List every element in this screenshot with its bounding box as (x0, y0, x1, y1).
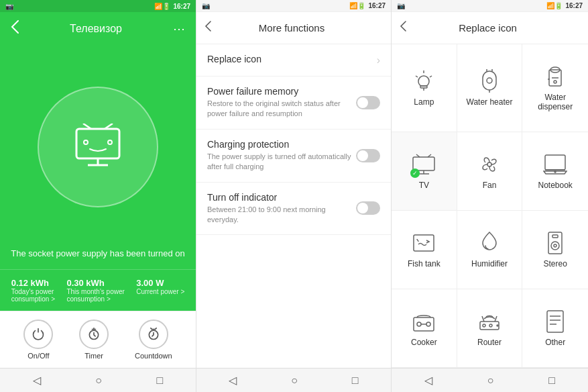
humidifier-label: Humidifier (471, 259, 508, 268)
svg-rect-14 (483, 71, 496, 90)
nav-bar-1: ◁ ○ □ (0, 368, 196, 392)
svg-rect-9 (420, 86, 427, 88)
function-charging[interactable]: Charging protection The power supply is … (196, 130, 391, 183)
power-failure-desc: Restore to the original switch status af… (207, 99, 356, 119)
icon-stereo[interactable]: Stereo (522, 211, 588, 289)
svg-point-17 (487, 78, 492, 83)
panel-icons: 📷 📶🔋 16:27 Replace icon (392, 0, 588, 392)
stat-month-label: This month's powerconsumption > (66, 288, 124, 303)
nav-home-2[interactable]: ○ (284, 373, 304, 388)
svg-point-22 (554, 81, 556, 83)
icon-notebook[interactable]: Notebook (522, 132, 588, 211)
tv-circle-area (0, 45, 196, 248)
fan-icon (477, 152, 502, 177)
power-failure-toggle[interactable] (356, 96, 380, 109)
turnoff-title: Turn off indicator (207, 192, 356, 203)
svg-line-43 (495, 316, 497, 322)
status-bar-3: 📷 📶🔋 16:27 (392, 0, 588, 12)
router-icon (477, 309, 502, 334)
onoff-button[interactable]: On/Off (23, 320, 53, 360)
onoff-label: On/Off (27, 352, 49, 360)
panel-functions: 📷 📶🔋 16:27 More functions Replace icon ›… (196, 0, 392, 392)
status-icons-1: 📶🔋 (154, 3, 170, 10)
charging-title: Charging protection (207, 139, 356, 150)
water-dispenser-icon (543, 64, 567, 89)
menu-button[interactable]: ⋯ (170, 19, 188, 39)
water-heater-label: Water heater (467, 97, 513, 107)
svg-point-46 (497, 325, 498, 326)
svg-point-29 (487, 162, 491, 166)
function-replace-icon[interactable]: Replace icon › (196, 44, 391, 77)
icon-grid: Lamp Water heater (392, 44, 588, 368)
clock-1: 16:27 (173, 3, 190, 10)
other-icon (543, 309, 567, 334)
function-turnoff-indicator[interactable]: Turn off indicator Between 21:00 to 9:00… (196, 183, 391, 236)
svg-point-34 (551, 242, 559, 250)
stereo-label: Stereo (543, 259, 567, 268)
icon-fish-tank[interactable]: Fish tank (392, 211, 457, 289)
countdown-icon (147, 328, 160, 341)
cooker-icon (412, 309, 436, 334)
countdown-button[interactable]: Countdown (135, 320, 172, 360)
nav-home-3[interactable]: ○ (481, 373, 501, 388)
onoff-icon-circle (23, 320, 53, 349)
stereo-icon (543, 231, 567, 255)
power-icon (32, 328, 45, 341)
svg-point-45 (489, 324, 492, 327)
icon-cooker[interactable]: Cooker (392, 289, 457, 368)
svg-point-5 (84, 140, 88, 144)
nav-bar-2: ◁ ○ □ (196, 368, 391, 392)
back-button-2[interactable] (204, 21, 211, 35)
nav-recents-1[interactable]: □ (150, 373, 170, 388)
clock-2: 16:27 (368, 2, 386, 9)
lamp-icon (412, 69, 436, 93)
fan-label: Fan (483, 181, 497, 190)
icon-fan[interactable]: Fan (457, 132, 523, 211)
lamp-label: Lamp (414, 97, 434, 107)
icon-tv[interactable]: ✓ TV (392, 132, 457, 211)
turnoff-toggle[interactable] (356, 201, 380, 215)
nav-recents-2[interactable]: □ (345, 373, 365, 388)
stat-today-value: 0.12 kWh (11, 278, 55, 288)
water-dispenser-label: Water dispenser (526, 93, 584, 111)
svg-rect-36 (552, 235, 558, 238)
tv-icon-svg (71, 124, 125, 170)
nav-back-3[interactable]: ◁ (418, 373, 439, 388)
icon-water-dispenser[interactable]: Water dispenser (522, 44, 588, 132)
icons-header: Replace icon (392, 12, 588, 44)
back-button-3[interactable] (400, 21, 406, 35)
function-power-failure[interactable]: Power failure memory Restore to the orig… (196, 77, 391, 130)
back-button-1[interactable] (8, 17, 21, 40)
sb2-icons: 📶🔋 (349, 2, 365, 9)
nav-recents-3[interactable]: □ (542, 373, 562, 388)
camera-icon: 📷 (5, 3, 13, 10)
icon-router[interactable]: Router (457, 289, 523, 368)
icon-other[interactable]: Other (522, 289, 588, 368)
stat-current[interactable]: 3.00 W Current power > (136, 278, 184, 303)
stat-today-label: Today's powerconsumption > (11, 288, 55, 303)
svg-rect-32 (414, 235, 434, 251)
sb3-left: 📷 (397, 2, 405, 9)
icon-lamp[interactable]: Lamp (392, 44, 457, 132)
clock-3: 16:27 (565, 2, 583, 9)
svg-rect-33 (548, 232, 562, 254)
other-label: Other (545, 338, 565, 347)
stat-current-label: Current power > (136, 288, 184, 295)
timer-button[interactable]: Timer (79, 320, 109, 360)
svg-point-6 (108, 140, 112, 144)
countdown-icon-circle (139, 320, 168, 349)
stat-month[interactable]: 0.30 kWh This month's powerconsumption > (66, 278, 124, 303)
nav-back-2[interactable]: ◁ (222, 373, 243, 388)
svg-line-13 (430, 76, 432, 77)
fish-tank-icon (412, 231, 436, 255)
fish-tank-label: Fish tank (408, 259, 440, 268)
svg-point-31 (554, 171, 556, 173)
icon-water-heater[interactable]: Water heater (457, 44, 523, 132)
icon-humidifier[interactable]: Humidifier (457, 211, 523, 289)
tv-controls: On/Off Timer Countdown (0, 311, 196, 368)
nav-home-1[interactable]: ○ (89, 373, 109, 388)
stat-today[interactable]: 0.12 kWh Today's powerconsumption > (11, 278, 55, 303)
charging-toggle[interactable] (356, 149, 380, 162)
notebook-icon (543, 152, 567, 177)
nav-back-1[interactable]: ◁ (26, 373, 48, 388)
